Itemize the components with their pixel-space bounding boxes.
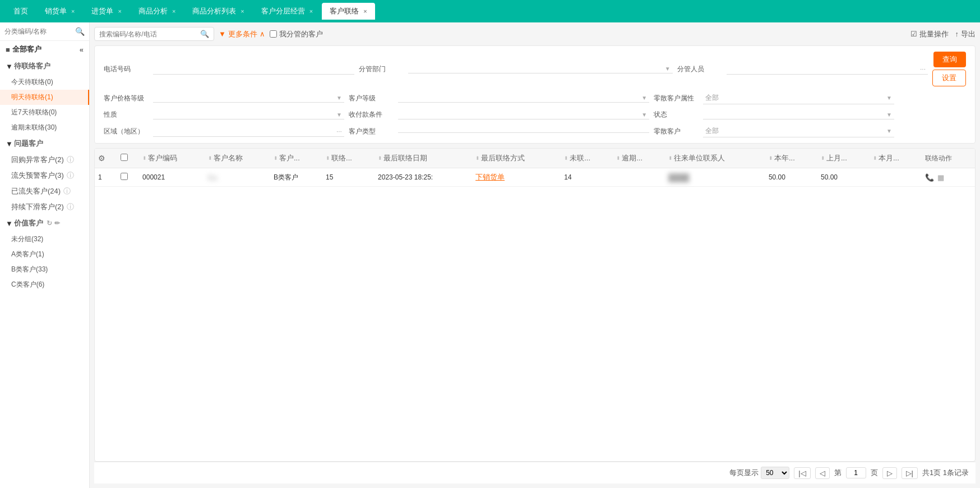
sidebar-collapse-icon[interactable]: « (80, 45, 84, 54)
table-gear-icon[interactable]: ⚙ (98, 154, 105, 163)
select-all-checkbox[interactable] (121, 154, 128, 161)
filter-nature-select[interactable]: ▼ (153, 111, 344, 119)
prev-page-btn[interactable]: ◁ (815, 467, 830, 479)
col-thismonth-sort[interactable]: 本月... (873, 153, 918, 163)
sidebar-search-icon[interactable]: 🔍 (75, 27, 85, 36)
cell-name: Ea (205, 168, 270, 187)
col-lastdate-sort[interactable]: 最后联络日期 (378, 153, 469, 163)
nav-close-1[interactable]: × (118, 8, 121, 15)
sidebar-item-declining[interactable]: 持续下滑客户(2) ⓘ (0, 199, 89, 215)
col-type-sort[interactable]: 客户... (274, 153, 319, 163)
nav-home[interactable]: 首页 (6, 3, 36, 20)
filter-manager-select[interactable]: ··· (727, 64, 928, 75)
first-page-btn[interactable]: |◁ (794, 467, 810, 479)
sidebar-item-tomorrow[interactable]: 明天待联络(1) (0, 90, 89, 105)
filter-retail-select[interactable]: 全部 ▼ (703, 125, 894, 137)
filter-dept-col: 分管部门 ▼ (359, 65, 672, 74)
col-overdue: 逾期... (613, 149, 665, 168)
cell-this-month (870, 168, 922, 187)
filter-dept-select[interactable]: ▼ (408, 65, 672, 73)
filter-pricelevel-select[interactable]: ▼ (153, 94, 344, 103)
filter-area-select[interactable]: ··· (153, 126, 344, 137)
filter-status-select[interactable]: ▼ (703, 111, 894, 119)
next-page-btn[interactable]: ▷ (882, 467, 897, 479)
filter-action-col: 查询 设置 (932, 52, 966, 86)
filter-retail-col: 零散客户 全部 ▼ (654, 125, 894, 137)
page-number-input[interactable] (846, 467, 866, 478)
last-page-btn[interactable]: ▷| (902, 467, 918, 479)
sidebar-all-customers[interactable]: ■ 全部客户 « (0, 41, 89, 58)
col-thisyear-sort[interactable]: 本年... (769, 153, 814, 163)
sidebar-item-abnormal[interactable]: 回购异常客户(2) ⓘ (0, 152, 89, 168)
col-notcontacted-sort[interactable]: 未联... (564, 153, 609, 163)
nav-close-4[interactable]: × (309, 8, 313, 15)
filter-customerlevel-label: 客户等级 (349, 94, 394, 103)
filter-retailattr-col: 零散客户属性 全部 ▼ (654, 92, 894, 104)
sidebar-item-class-c[interactable]: C类客户(6) (0, 277, 89, 292)
sidebar-item-churned[interactable]: 已流失客户(24) ⓘ (0, 183, 89, 199)
sidebar-search-container: 🔍 (0, 22, 89, 41)
page-size-label: 每页显示 (729, 468, 759, 478)
last-method-link[interactable]: 下销货单 (475, 173, 505, 181)
sidebar-group-pending: ▼ 待联络客户 (0, 58, 89, 75)
value-group-edit[interactable]: ✏ (54, 219, 60, 227)
nav-tab-5[interactable]: 客户联络 × (322, 3, 375, 20)
nav-close-5[interactable]: × (363, 8, 367, 15)
nav-tab-3[interactable]: 商品分析列表 × (184, 3, 252, 20)
page-suffix: 页 (871, 468, 878, 478)
action-phone-icon[interactable]: 📞 (925, 173, 934, 182)
nav-tab-0[interactable]: 销货单 × (37, 3, 82, 20)
col-contact-count: 联络... (322, 149, 375, 168)
col-overdue-sort[interactable]: 逾期... (616, 153, 662, 163)
action-grid-icon[interactable]: ▦ (937, 173, 944, 182)
unit-contact-blurred: ████ (668, 173, 689, 182)
col-code-sort[interactable]: 客户编码 (142, 153, 201, 163)
col-gear: ⚙ (95, 149, 117, 168)
col-lastmethod-sort[interactable]: 最后联络方式 (475, 153, 557, 163)
sidebar-item-ungrouped[interactable]: 未分组(32) (0, 232, 89, 247)
nav-close-2[interactable]: × (172, 8, 175, 15)
my-customers-check[interactable]: 我分管的客户 (270, 29, 323, 39)
col-contact-sort[interactable]: 联络... (326, 153, 371, 163)
filter-payment-select[interactable]: ▼ (398, 111, 649, 119)
sidebar-item-class-b[interactable]: B类客户(33) (0, 262, 89, 277)
col-checkbox (117, 149, 140, 168)
sidebar-item-class-a[interactable]: A类客户(1) (0, 247, 89, 262)
reset-button[interactable]: 设置 (932, 70, 966, 86)
table-row: 1 000021 Ea B类客户 15 2023-05-23 18:25: 下销… (95, 168, 975, 187)
nav-close-3[interactable]: × (241, 8, 244, 15)
search-input[interactable] (99, 30, 200, 38)
filter-retail-label: 零散客户 (654, 127, 699, 136)
nav-tab-2[interactable]: 商品分析 × (131, 3, 183, 20)
search-icon[interactable]: 🔍 (200, 30, 209, 38)
page-size-dropdown[interactable]: 50 100 200 (761, 467, 789, 479)
col-lastmonth-sort[interactable]: 上月... (821, 153, 866, 163)
nav-tab-4[interactable]: 客户分层经营 × (253, 3, 321, 20)
sidebar-item-overdue[interactable]: 逾期未联络(30) (0, 120, 89, 135)
manager-dots-icon: ··· (920, 65, 926, 73)
query-button[interactable]: 查询 (933, 52, 966, 67)
filter-customerlevel-select[interactable]: ▼ (398, 94, 649, 103)
col-name-sort[interactable]: 客户名称 (208, 153, 267, 163)
row-checkbox-0[interactable] (121, 173, 128, 180)
my-customers-checkbox[interactable] (270, 30, 277, 38)
sidebar-group-problem: ▼ 问题客户 (0, 135, 89, 152)
sidebar-item-7days[interactable]: 近7天待联络(0) (0, 105, 89, 120)
export-btn[interactable]: ↑ 导出 (955, 29, 976, 39)
filter-phone-input[interactable] (153, 64, 354, 75)
nav-tab-1[interactable]: 进货单 × (84, 3, 129, 20)
filter-customertype-select[interactable] (398, 130, 649, 133)
sidebar-item-today[interactable]: 今天待联络(0) (0, 75, 89, 90)
filter-retailattr-select[interactable]: 全部 ▼ (703, 92, 894, 104)
sidebar-search-input[interactable] (4, 27, 75, 35)
col-unitcontact-sort[interactable]: 往来单位联系人 (668, 153, 762, 163)
batch-btn[interactable]: ☑ 批量操作 (910, 29, 949, 39)
sidebar-item-churn-warning[interactable]: 流失预警客户(3) ⓘ (0, 168, 89, 183)
nav-close-0[interactable]: × (71, 8, 75, 15)
col-not-contacted: 未联... (561, 149, 613, 168)
filter-row-2: 客户价格等级 ▼ 客户等级 ▼ 零散客户属性 全部 (104, 92, 966, 104)
more-filter-btn[interactable]: ▼ 更多条件 ∧ (219, 29, 265, 39)
filter-payment-col: 收付款条件 ▼ (349, 110, 649, 119)
filter-panel: 电话号码 分管部门 ▼ 分管人员 ··· (94, 45, 976, 144)
value-group-refresh[interactable]: ↻ (47, 219, 52, 227)
